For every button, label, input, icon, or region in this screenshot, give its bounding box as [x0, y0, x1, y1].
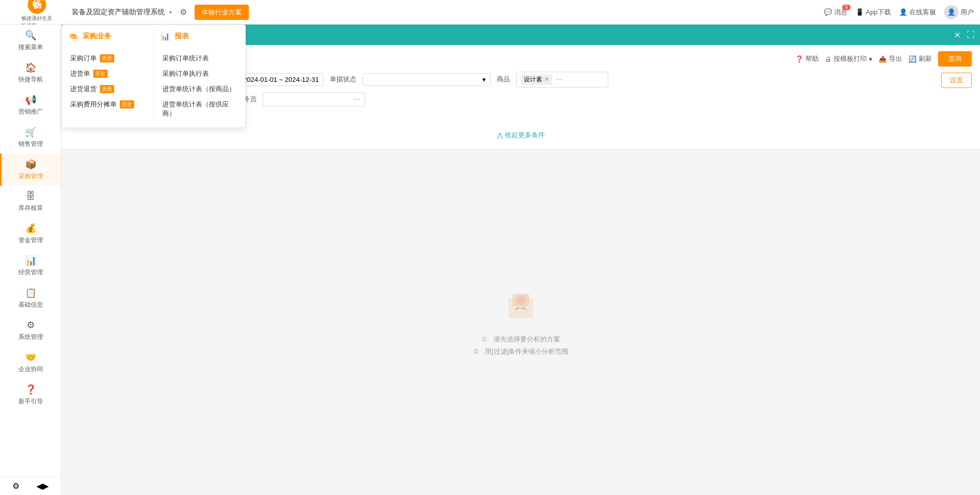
box-icon: 📦: [25, 159, 36, 170]
sidebar-item-basic[interactable]: 📋 基础信息: [0, 282, 61, 314]
query-button[interactable]: 查询: [938, 51, 972, 67]
sidebar-item-sales[interactable]: 🛒 销售管理: [0, 121, 61, 154]
history-badge-0: 历史: [100, 54, 114, 62]
system-dropdown-arrow[interactable]: ▾: [169, 9, 172, 16]
menu-item-report-incoming-supplier[interactable]: 进货单统计表（按供应商）: [160, 97, 240, 121]
collapse-button[interactable]: ⋀ 收起更多条件: [70, 127, 972, 143]
purchase-dropdown-menu: 🛍 采购业务 采购订单 历史 进货单 历史 进货退货 历史 采购费用分摊单 历史: [61, 25, 246, 128]
sidebar-item-purchase[interactable]: 📦 采购管理: [0, 154, 61, 186]
menu-item-purchase-expense[interactable]: 采购费用分摊单 历史: [68, 97, 147, 112]
report-icon: 📊: [160, 31, 171, 41]
goods-tag: 设计素 ✕: [521, 74, 552, 85]
system-title-text: 装备及固定资产辅助管理系统: [72, 8, 165, 17]
sidebar-footer: ⚙ ◀▶: [0, 477, 61, 495]
export-icon: 📤: [879, 55, 887, 63]
sidebar-item-operations[interactable]: 📊 经营管理: [0, 250, 61, 282]
search-icon: 🔍: [25, 30, 36, 41]
purchase-column-title: 🛍 采购业务: [68, 31, 147, 45]
help-icon: ❓: [795, 55, 803, 63]
salesman-more-button[interactable]: ···: [354, 95, 360, 104]
help-icon: ❓: [25, 384, 36, 395]
goods-tag-close[interactable]: ✕: [544, 76, 549, 83]
date-range-input[interactable]: 2024-01-01 ~ 2024-12-31: [239, 73, 324, 86]
help-button[interactable]: ❓ 帮助: [795, 54, 819, 63]
online-service-button[interactable]: 👤 在线客服: [899, 8, 936, 17]
money-icon: 💰: [25, 223, 36, 234]
goods-label: 商品: [497, 75, 510, 84]
collapse-up-icon: ⋀: [497, 132, 503, 139]
export-button[interactable]: 📤 导出: [879, 54, 902, 63]
sidebar-footer-collapse[interactable]: ◀▶: [36, 481, 49, 491]
setting-button[interactable]: 设置: [941, 73, 972, 88]
top-header: 畅 畅捷通好生意 标准版 装备及固定资产辅助管理系统 ▾ ⚙ 体验行业方案 💬 …: [0, 0, 980, 25]
empty-hint-1: ① 请先选择要分析的方案: [481, 335, 560, 344]
empty-state: ① 请先选择要分析的方案 ② 用[过滤]条件来缩小分析范围: [61, 149, 980, 495]
tab-close-all-icon[interactable]: ✕: [953, 29, 962, 41]
menu-column-purchase: 🛍 采购业务 采购订单 历史 进货单 历史 进货退货 历史 采购费用分摊单 历史: [68, 31, 147, 121]
user-button[interactable]: 👤 用户: [944, 5, 974, 19]
menu-item-report-order-stats[interactable]: 采购订单统计表: [160, 51, 240, 66]
megaphone-icon: 📢: [25, 94, 36, 105]
menu-column-report: 📊 报表 采购订单统计表 采购订单执行表 进货单统计表（按商品） 进货单统计表（…: [160, 31, 240, 121]
settings-icon: ⚙: [27, 319, 35, 331]
messages-button[interactable]: 💬 消息 9: [824, 8, 847, 17]
svg-point-2: [516, 295, 525, 305]
menu-divider: [154, 31, 154, 121]
sidebar-item-quicknav[interactable]: 🏠 快捷导航: [0, 57, 61, 89]
status-dropdown-arrow: ▾: [482, 76, 486, 83]
messages-badge: 9: [842, 5, 850, 10]
sidebar-footer-settings[interactable]: ⚙: [12, 481, 19, 491]
system-title-area: 装备及固定资产辅助管理系统 ▾ ⚙ 体验行业方案: [72, 5, 820, 20]
sidebar-item-search[interactable]: 🔍 搜索菜单: [0, 25, 61, 57]
refresh-icon: 🔄: [908, 55, 917, 63]
purchase-icon: 🛍: [68, 31, 78, 41]
empty-illustration: [500, 286, 541, 327]
app-download-button[interactable]: 📱 App下载: [856, 8, 891, 17]
svg-point-4: [523, 307, 525, 309]
chart-icon: 📊: [25, 255, 36, 266]
sidebar-item-marketing[interactable]: 📢 营销推广: [0, 89, 61, 121]
report-column-title: 📊 报表: [160, 31, 240, 45]
menu-item-purchase-return[interactable]: 进货退货 历史: [68, 81, 147, 97]
print-icon: 🖨: [825, 55, 832, 63]
svg-point-3: [516, 307, 519, 309]
history-badge-2: 历史: [100, 85, 114, 93]
status-label: 单据状态: [330, 75, 356, 84]
tab-bar-actions: ✕ ⛶: [953, 29, 976, 41]
cart-icon: 🛒: [25, 126, 36, 138]
gear-button[interactable]: ⚙: [176, 5, 190, 19]
menu-item-purchase-order[interactable]: 采购订单 历史: [68, 51, 147, 66]
storage-icon: 🗄: [26, 191, 35, 202]
history-badge-1: 历史: [93, 70, 108, 78]
avatar: 👤: [944, 5, 958, 19]
toolbar-buttons: ❓ 帮助 🖨 按模板打印 ▾ 📤 导出 🔄 刷新: [795, 51, 972, 67]
handshake-icon: 🤝: [25, 352, 36, 363]
salesman-input[interactable]: ···: [263, 92, 365, 106]
print-dropdown-arrow[interactable]: ▾: [869, 55, 872, 63]
header-right: 💬 消息 9 📱 App下载 👤 在线客服 👤 用户: [824, 5, 974, 19]
status-select[interactable]: ▾: [363, 73, 491, 86]
logo-icon: 畅: [28, 0, 46, 14]
template-print-button[interactable]: 🖨 按模板打印 ▾: [825, 54, 872, 63]
sidebar-item-system[interactable]: ⚙ 系统管理: [0, 314, 61, 347]
menu-item-report-order-exec[interactable]: 采购订单执行表: [160, 66, 240, 81]
main-layout: 🔍 搜索菜单 🏠 快捷导航 📢 营销推广 🛒 销售管理 📦 采购管理 🗄 库存核…: [0, 25, 980, 495]
sidebar-item-guide[interactable]: ❓ 新手引导: [0, 379, 61, 411]
sidebar-item-enterprise[interactable]: 🤝 企业协同: [0, 347, 61, 379]
refresh-button[interactable]: 🔄 刷新: [908, 54, 932, 63]
goods-input[interactable]: 设计素 ✕ ···: [516, 72, 608, 88]
menu-item-report-incoming-goods[interactable]: 进货单统计表（按商品）: [160, 81, 240, 97]
empty-hint-2: ② 用[过滤]条件来缩小分析范围: [473, 347, 569, 356]
history-badge-3: 历史: [120, 100, 134, 109]
sidebar: 🔍 搜索菜单 🏠 快捷导航 📢 营销推广 🛒 销售管理 📦 采购管理 🗄 库存核…: [0, 25, 61, 495]
goods-more-button[interactable]: ···: [556, 75, 562, 84]
industry-button[interactable]: 体验行业方案: [195, 5, 249, 20]
sidebar-item-inventory[interactable]: 🗄 库存核算: [0, 186, 61, 218]
list-icon: 📋: [25, 287, 36, 298]
tab-fullscreen-icon[interactable]: ⛶: [966, 29, 976, 40]
sidebar-item-funds[interactable]: 💰 资金管理: [0, 218, 61, 250]
menu-item-purchase-incoming[interactable]: 进货单 历史: [68, 66, 147, 81]
home-icon: 🏠: [25, 62, 36, 73]
